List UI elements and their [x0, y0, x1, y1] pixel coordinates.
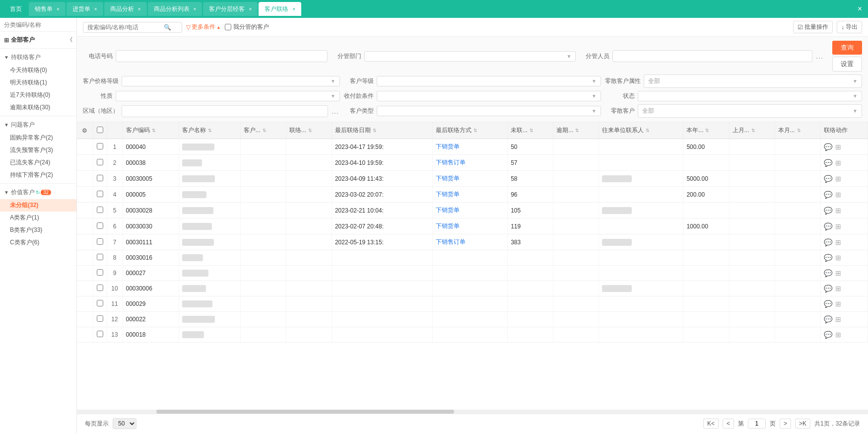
th-last-date[interactable]: 最后联络日期⇅ [332, 122, 432, 139]
retail-customer-select[interactable]: 全部 ▼ [638, 104, 862, 118]
th-last-month[interactable]: 上月...⇅ [729, 122, 775, 139]
manager-input[interactable] [612, 50, 812, 62]
row-select-checkbox[interactable] [97, 238, 103, 245]
phone-input[interactable] [116, 50, 328, 62]
action-message-icon[interactable]: 💬 [824, 269, 832, 277]
th-settings[interactable]: ⚙ [77, 122, 93, 139]
action-more-icon[interactable]: ⊞ [835, 269, 841, 277]
nav-tab-product-list[interactable]: 商品分析列表 × [148, 2, 202, 16]
action-message-icon[interactable]: 💬 [824, 207, 832, 215]
horizontal-scrollbar[interactable] [77, 410, 868, 414]
reset-button[interactable]: 设置 [832, 57, 862, 72]
query-button[interactable]: 查询 [832, 41, 862, 55]
row-select-checkbox[interactable] [97, 191, 103, 197]
sidebar-all-customers[interactable]: ⊞ 全部客户 《 [0, 32, 76, 46]
action-more-icon[interactable]: ⊞ [835, 254, 841, 262]
nav-tab-product-analysis-close[interactable]: × [138, 6, 141, 12]
row-select-checkbox[interactable] [97, 315, 103, 322]
action-message-icon[interactable]: 💬 [824, 222, 832, 230]
price-level-select[interactable]: ▼ [122, 76, 340, 86]
prev-page-button[interactable]: < [723, 419, 734, 429]
dept-select[interactable]: ▼ [364, 51, 576, 62]
row-select-checkbox[interactable] [97, 300, 103, 306]
row-select-checkbox[interactable] [97, 159, 103, 165]
batch-operation-button[interactable]: ☑ 批量操作 [793, 21, 833, 33]
page-input[interactable] [748, 419, 766, 429]
sidebar-item-overdue[interactable]: 逾期未联络(30) [0, 101, 76, 114]
nav-tab-purchase-close[interactable]: × [94, 6, 97, 12]
last-method-link[interactable]: 下销货单 [436, 207, 460, 214]
sidebar-item-churned[interactable]: 已流失客户(24) [0, 156, 76, 169]
manager-dots-button[interactable]: … [815, 52, 824, 61]
sidebar-item-declining[interactable]: 持续下滑客户(2) [0, 169, 76, 181]
sidebar-item-tomorrow-pending[interactable]: 明天待联络(1) [0, 76, 76, 89]
status-select[interactable]: ▼ [638, 91, 862, 101]
more-conditions-button[interactable]: ▽ 更多条件 ▲ [186, 23, 221, 31]
row-select-checkbox[interactable] [97, 207, 103, 213]
retail-attr-select[interactable]: 全部 ▼ [644, 74, 862, 88]
value-refresh-icon[interactable]: ↻ [36, 190, 40, 195]
action-more-icon[interactable]: ⊞ [835, 285, 841, 292]
sidebar-item-today-pending[interactable]: 今天待联络(0) [0, 64, 76, 76]
action-message-icon[interactable]: 💬 [824, 143, 832, 151]
action-more-icon[interactable]: ⊞ [835, 315, 841, 323]
search-input[interactable] [87, 24, 162, 31]
next-page-button[interactable]: > [780, 419, 791, 429]
sidebar-item-churn-warning[interactable]: 流失预警客户(3) [0, 144, 76, 156]
select-all-checkbox[interactable] [97, 127, 103, 133]
action-message-icon[interactable]: 💬 [824, 254, 832, 262]
sidebar-search-input[interactable] [4, 21, 77, 28]
sidebar-item-week-pending[interactable]: 近7天待联络(0) [0, 89, 76, 101]
sidebar-item-abnormal[interactable]: 固购异常客户(2) [0, 132, 76, 144]
th-customer-name[interactable]: 客户名称⇅ [179, 122, 240, 139]
sidebar-problem-group[interactable]: ▼ 问题客户 [0, 118, 76, 132]
payment-terms-select[interactable]: ▼ [377, 91, 601, 101]
search-icon[interactable]: 🔍 [164, 24, 171, 31]
th-overdue[interactable]: 逾期...⇅ [553, 122, 599, 139]
region-dots-button[interactable]: … [331, 107, 340, 116]
region-input[interactable] [122, 105, 328, 117]
th-not-contact[interactable]: 未联...⇅ [508, 122, 553, 139]
sidebar-pending-group[interactable]: ▼ 待联络客户 [0, 51, 76, 64]
action-more-icon[interactable]: ⊞ [835, 331, 841, 339]
th-this-year[interactable]: 本年...⇅ [683, 122, 729, 139]
row-select-checkbox[interactable] [97, 143, 103, 149]
nav-tab-product-list-close[interactable]: × [194, 6, 197, 12]
action-message-icon[interactable]: 💬 [824, 175, 832, 183]
per-page-select[interactable]: 50 [113, 418, 136, 429]
action-more-icon[interactable]: ⊞ [835, 238, 841, 246]
sidebar-item-class-b[interactable]: B类客户(33) [0, 224, 76, 236]
th-customer-type[interactable]: 客户...⇅ [240, 122, 286, 139]
action-more-icon[interactable]: ⊞ [835, 143, 841, 151]
export-button[interactable]: ↓ 导出 [837, 21, 862, 33]
row-select-checkbox[interactable] [97, 254, 103, 260]
action-message-icon[interactable]: 💬 [824, 238, 832, 246]
nav-tab-sales-close[interactable]: × [57, 6, 60, 12]
action-more-icon[interactable]: ⊞ [835, 222, 841, 230]
nav-tab-customer-contact-close[interactable]: × [292, 6, 295, 12]
nav-tab-home[interactable]: 首页 [4, 2, 28, 16]
nav-tab-customer-segment-close[interactable]: × [249, 6, 252, 12]
action-more-icon[interactable]: ⊞ [835, 207, 841, 215]
my-customers-checkbox[interactable] [225, 24, 231, 30]
action-message-icon[interactable]: 💬 [824, 285, 832, 292]
last-method-link[interactable]: 下销货单 [436, 143, 460, 150]
row-select-checkbox[interactable] [97, 222, 103, 229]
last-method-link[interactable]: 下销售订单 [436, 238, 466, 245]
th-customer-code[interactable]: 客户编码⇅ [123, 122, 179, 139]
scrollbar-thumb[interactable] [156, 410, 454, 414]
nav-tab-customer-segment[interactable]: 客户分层经客 × [203, 2, 258, 16]
th-checkbox[interactable] [93, 122, 107, 139]
action-message-icon[interactable]: 💬 [824, 191, 832, 199]
nav-tab-purchase[interactable]: 进货单 × [67, 2, 103, 16]
last-method-link[interactable]: 下销货单 [436, 222, 460, 229]
action-more-icon[interactable]: ⊞ [835, 191, 841, 199]
customer-level-select[interactable]: ▼ [377, 76, 601, 86]
sidebar-item-ungrouped[interactable]: 未分组(32) [0, 199, 76, 212]
nav-tab-product-analysis[interactable]: 商品分析 × [104, 2, 147, 16]
first-page-button[interactable]: K< [703, 419, 719, 429]
action-message-icon[interactable]: 💬 [824, 159, 832, 167]
last-method-link[interactable]: 下销货单 [436, 191, 460, 198]
last-page-button[interactable]: >K [795, 419, 810, 429]
sidebar-value-group[interactable]: ▼ 价值客户 ↻ 32 [0, 186, 76, 199]
